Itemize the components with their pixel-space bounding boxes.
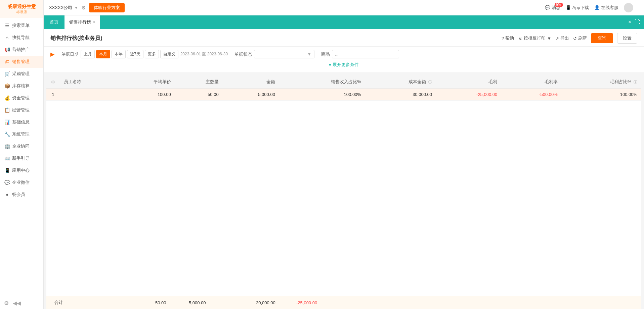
refresh-label: 刷新 [578, 35, 587, 41]
sidebar-item-search-label: 搜索菜单 [12, 22, 30, 29]
tab-sales-ranking-label: 销售排行榜 [69, 19, 91, 25]
expand-conditions-btn[interactable]: ▾ 展开更多条件 [329, 60, 359, 69]
page-header: 销售排行榜(按业务员) ? 帮助 🖨 按模板打印 ▼ ↗ 导出 ↺ 刷新 [44, 29, 644, 47]
industry-btn[interactable]: 体验行业方案 [89, 3, 125, 12]
goods-select[interactable]: ... [332, 50, 399, 58]
refresh-btn[interactable]: ↺ 刷新 [573, 35, 587, 41]
gross-pct-info-icon[interactable]: ⓘ [634, 80, 637, 84]
tab-sales-ranking[interactable]: 销售排行榜 × [65, 15, 100, 29]
filter-row: ▶ 单据日期 上月 本月 本年 近7天 更多 自定义 2023-06-01 至 … [50, 50, 637, 58]
sidebar-item-system[interactable]: 🔧 系统管理 [0, 128, 43, 140]
guide-icon: 📖 [4, 156, 10, 161]
sidebar-item-marketing[interactable]: 📢 营销推广 [0, 44, 43, 56]
col-cost: 成本全额 ⓘ [365, 75, 436, 89]
tab-home[interactable]: 首页 [44, 15, 65, 29]
online-service-btn[interactable]: 👤 在线客服 [594, 5, 618, 11]
sidebar-item-enterprise-label: 企业协同 [12, 143, 30, 149]
col-gear[interactable]: ⚙ [46, 75, 60, 89]
settings-icon[interactable]: ⚙ [4, 300, 9, 306]
date-filter: 单据日期 上月 本月 本年 近7天 更多 自定义 2023-06-01 至 20… [61, 50, 228, 58]
export-icon: ↗ [555, 36, 559, 41]
message-badge: 99+ [555, 3, 563, 7]
date-more-btn[interactable]: 更多 [145, 50, 159, 58]
tab-close-all-icon[interactable]: × [628, 19, 631, 25]
col-qty: 主数量 [175, 75, 223, 89]
sidebar-item-search[interactable]: ☰ 搜索菜单 [0, 19, 43, 32]
table-footer: 合计 50.00 5,000.00 30,000.00 -25,000.00 [46, 296, 641, 309]
tab-close-icon[interactable]: × [93, 20, 95, 24]
table-header-row: ⚙ 员工名称 平均单价 主数量 全额 销售收入占比% 成本全额 ⓘ 毛利 毛利率… [46, 75, 641, 89]
date-7days-btn[interactable]: 近7天 [127, 50, 143, 58]
col-gross: 毛利 [436, 75, 501, 89]
sidebar-item-finance-label: 资金管理 [12, 95, 30, 101]
inventory-icon: 📦 [4, 83, 10, 89]
table-container: ⚙ 员工名称 平均单价 主数量 全额 销售收入占比% 成本全额 ⓘ 毛利 毛利率… [46, 75, 641, 296]
sidebar-item-guide[interactable]: 📖 新手引导 [0, 152, 43, 164]
goods-filter-label: 商品 [321, 51, 330, 57]
sidebar-item-member-label: 畅会员 [12, 192, 25, 198]
sidebar-item-purchase[interactable]: 🛒 采购管理 [0, 68, 43, 80]
footer-cost: 30,000.00 [252, 300, 292, 305]
cell-name [60, 89, 117, 101]
appstore-icon: 📱 [4, 168, 10, 173]
sidebar-item-wechat[interactable]: 💬 企业微信 [0, 176, 43, 189]
member-icon: ♦ [4, 192, 10, 197]
sidebar-item-finance[interactable]: 💰 资金管理 [0, 92, 43, 104]
export-btn[interactable]: ↗ 导出 [555, 35, 569, 41]
date-range-buttons: 上月 本月 本年 近7天 更多 自定义 [81, 50, 178, 58]
status-select[interactable]: ▼ [254, 50, 314, 58]
sidebar-bottom: ⚙ ◀◀ [0, 297, 43, 309]
avatar[interactable] [624, 3, 633, 12]
expand-label: 展开更多条件 [333, 62, 359, 68]
company-select[interactable]: XXXXX公司 ▼ [49, 5, 78, 11]
sidebar: 畅康通好生意 标准版 ☰ 搜索菜单 ⌂ 快捷导航 📢 营销推广 🏷 销售管理 🛒… [0, 0, 44, 309]
sidebar-item-enterprise[interactable]: 🏢 企业协同 [0, 140, 43, 152]
topbar-right: 💬 消息 99+ 📱 App下载 👤 在线客服 [545, 3, 639, 12]
sidebar-item-operations[interactable]: 📋 经营管理 [0, 104, 43, 116]
filter-area: ▶ 单据日期 上月 本月 本年 近7天 更多 自定义 2023-06-01 至 … [44, 47, 644, 73]
enterprise-icon: 🏢 [4, 144, 10, 149]
query-button[interactable]: 查询 [591, 33, 613, 43]
tab-fullscreen-icon[interactable]: ⛶ [635, 19, 640, 25]
cell-amount: 5,000.00 [223, 89, 279, 101]
date-custom-btn[interactable]: 自定义 [160, 50, 178, 58]
cell-cost: 30,000.00 [365, 89, 436, 101]
filter-toggle-icon[interactable]: ▶ [50, 51, 54, 57]
sidebar-item-shortcut[interactable]: ⌂ 快捷导航 [0, 32, 43, 44]
tab-home-label: 首页 [50, 19, 58, 25]
search-icon: ☰ [4, 23, 10, 28]
topbar-gear-icon[interactable]: ⚙ [81, 5, 86, 11]
sales-icon: 🏷 [4, 59, 10, 64]
operations-icon: 📋 [4, 107, 10, 113]
date-year-btn[interactable]: 本年 [112, 50, 126, 58]
help-label: 帮助 [505, 35, 514, 41]
cell-gross: -25,000.00 [436, 89, 501, 101]
sidebar-item-operations-label: 经营管理 [12, 107, 30, 113]
collapse-icon[interactable]: ◀◀ [13, 300, 21, 306]
cost-info-icon[interactable]: ⓘ [428, 80, 432, 84]
date-current-btn[interactable]: 本月 [96, 50, 110, 58]
sidebar-item-inventory[interactable]: 📦 库存核算 [0, 80, 43, 92]
export-label: 导出 [560, 35, 569, 41]
tabbar-right-actions: × ⛶ [628, 19, 644, 25]
company-name: XXXXX公司 [49, 5, 72, 11]
cell-qty: 50.00 [175, 89, 223, 101]
settings-button[interactable]: 设置 [617, 33, 637, 44]
message-btn[interactable]: 💬 消息 99+ [545, 5, 560, 11]
sidebar-item-basic[interactable]: 📊 基础信息 [0, 116, 43, 128]
date-prev-btn[interactable]: 上月 [81, 50, 95, 58]
app-download-btn[interactable]: 📱 App下载 [566, 5, 589, 11]
app-label: App下载 [572, 5, 589, 11]
sidebar-item-sales[interactable]: 🏷 销售管理 [0, 56, 43, 68]
sidebar-item-member[interactable]: ♦ 畅会员 [0, 189, 43, 201]
cell-sales-pct: 100.00% [279, 89, 365, 101]
sidebar-item-sales-label: 销售管理 [12, 59, 30, 65]
help-btn[interactable]: ? 帮助 [502, 35, 514, 41]
page-title: 销售排行榜(按业务员) [50, 35, 102, 42]
basic-icon: 📊 [4, 119, 10, 125]
print-btn[interactable]: 🖨 按模板打印 ▼ [518, 35, 551, 41]
sidebar-item-appstore-label: 应用中心 [12, 167, 30, 173]
sidebar-logo: 畅康通好生意 标准版 [0, 0, 43, 18]
topbar: XXXXX公司 ▼ ⚙ 体验行业方案 💬 消息 99+ 📱 App下载 👤 在线… [44, 0, 644, 15]
sidebar-item-appstore[interactable]: 📱 应用中心 [0, 164, 43, 176]
